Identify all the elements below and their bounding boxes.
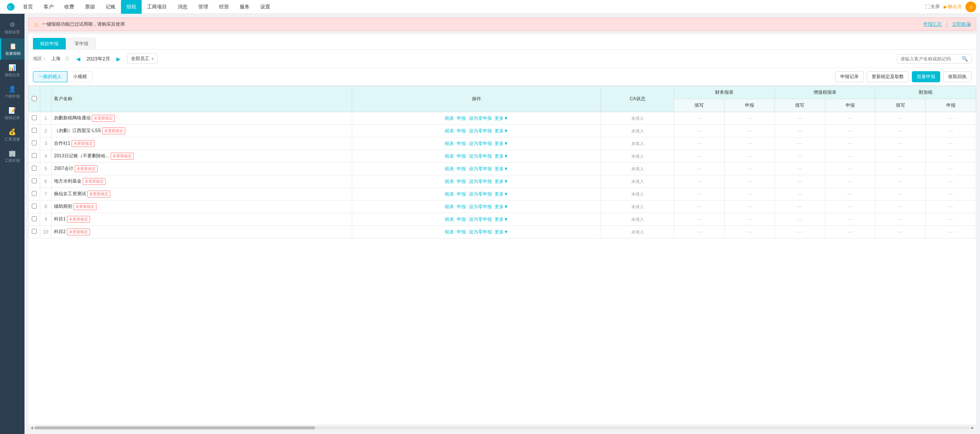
row-checkbox-2[interactable]: [29, 137, 40, 150]
row-checkbox-8[interactable]: [29, 213, 40, 226]
op-zero-3[interactable]: 设为零申报: [469, 153, 492, 159]
row-select-2[interactable]: [32, 140, 37, 145]
date-prev-button[interactable]: ◀: [74, 55, 83, 63]
nav-operation[interactable]: 经营: [214, 0, 234, 14]
sidebar-item-batch-tax[interactable]: 📋 批量报税: [0, 38, 24, 60]
op-zero-0[interactable]: 设为零申报: [469, 116, 492, 121]
nav-home[interactable]: 首页: [18, 0, 38, 14]
nav-account[interactable]: 记账: [100, 0, 121, 14]
fullscreen-button[interactable]: ⛶ 全屏: [925, 3, 940, 10]
row-select-0[interactable]: [32, 115, 37, 120]
row-checkbox-7[interactable]: [29, 201, 40, 213]
collect-receipt-button[interactable]: 收取回执: [943, 71, 972, 82]
search-button[interactable]: 🔍: [959, 54, 971, 63]
row-select-8[interactable]: [32, 216, 37, 221]
op-declare-8[interactable]: 申报: [457, 217, 466, 222]
op-more-6[interactable]: 更多▼: [495, 191, 508, 197]
op-declare-4[interactable]: 申报: [457, 166, 466, 171]
op-taxform-0[interactable]: 税表: [445, 116, 454, 121]
sidebar-item-personal-tax[interactable]: 👤 个税申报: [0, 81, 24, 103]
notification-link-summary[interactable]: 申报汇总: [923, 21, 942, 28]
op-declare-0[interactable]: 申报: [457, 116, 466, 121]
nav-service[interactable]: 服务: [234, 0, 255, 14]
row-select-4[interactable]: [32, 166, 37, 171]
op-taxform-9[interactable]: 税表: [445, 229, 454, 235]
op-declare-9[interactable]: 申报: [457, 229, 466, 235]
row-select-5[interactable]: [32, 178, 37, 183]
op-taxform-4[interactable]: 税表: [445, 166, 454, 171]
op-more-5[interactable]: 更多▼: [495, 179, 508, 184]
op-more-9[interactable]: 更多▼: [495, 229, 508, 235]
op-zero-6[interactable]: 设为零申报: [469, 191, 492, 197]
op-more-7[interactable]: 更多▼: [495, 204, 508, 209]
tab-tax-declaration[interactable]: 税款申报: [33, 38, 66, 49]
sidebar-item-tax-records[interactable]: 📝 报税记录: [0, 103, 24, 124]
row-select-6[interactable]: [32, 191, 37, 196]
op-more-3[interactable]: 更多▼: [495, 153, 508, 159]
row-checkbox-3[interactable]: [29, 150, 40, 163]
row-select-7[interactable]: [32, 204, 37, 209]
taxpayer-tab-small[interactable]: 小规模: [67, 71, 93, 82]
op-more-0[interactable]: 更多▼: [495, 116, 508, 121]
row-select-9[interactable]: [32, 229, 37, 234]
op-taxform-7[interactable]: 税表: [445, 204, 454, 209]
op-zero-5[interactable]: 设为零申报: [469, 179, 492, 184]
sidebar-item-tax-settings[interactable]: ⚙ 报税设置: [0, 17, 24, 38]
op-taxform-1[interactable]: 税表: [445, 128, 454, 134]
search-input[interactable]: [897, 55, 959, 63]
op-declare-6[interactable]: 申报: [457, 191, 466, 197]
department-select[interactable]: 全部员工 ▼: [127, 54, 158, 64]
nav-tax[interactable]: 报税: [121, 0, 142, 14]
op-zero-7[interactable]: 设为零申报: [469, 204, 492, 209]
op-taxform-3[interactable]: 税表: [445, 153, 454, 159]
row-select-3[interactable]: [32, 153, 37, 158]
op-more-1[interactable]: 更多▼: [495, 128, 508, 134]
row-checkbox-4[interactable]: [29, 163, 40, 175]
op-zero-2[interactable]: 设为零申报: [469, 141, 492, 146]
row-checkbox-1[interactable]: [29, 125, 40, 137]
op-taxform-2[interactable]: 税表: [445, 141, 454, 146]
row-checkbox-9[interactable]: [29, 226, 40, 238]
select-all-checkbox[interactable]: [32, 96, 37, 101]
close-notification-button[interactable]: ✕: [967, 21, 972, 28]
op-declare-7[interactable]: 申报: [457, 204, 466, 209]
batch-declare-button[interactable]: 批量申报: [912, 71, 940, 82]
sidebar-item-settlement[interactable]: 💰 汇算清缴: [0, 124, 24, 145]
date-next-button[interactable]: ▶: [114, 55, 123, 63]
upgrade-button[interactable]: ▶ 畅会员: [944, 3, 962, 10]
sidebar-item-annual-report[interactable]: 🏢 工商年报: [0, 145, 24, 167]
nav-fee[interactable]: 收费: [59, 0, 80, 14]
taxpayer-tab-general[interactable]: 一般的税人: [33, 71, 67, 82]
op-zero-8[interactable]: 设为零申报: [469, 217, 492, 222]
nav-message[interactable]: 消息: [172, 0, 193, 14]
horizontal-scrollbar[interactable]: [34, 426, 970, 429]
nav-invoice[interactable]: 票据: [80, 0, 100, 14]
row-checkbox-6[interactable]: [29, 188, 40, 201]
op-zero-1[interactable]: 设为零申报: [469, 128, 492, 134]
op-taxform-5[interactable]: 税表: [445, 179, 454, 184]
op-taxform-6[interactable]: 税表: [445, 191, 454, 197]
nav-manage[interactable]: 管理: [193, 0, 214, 14]
nav-biz[interactable]: 工商项目: [142, 0, 172, 14]
update-tax-button[interactable]: 更新税定及取数: [867, 71, 909, 82]
op-declare-1[interactable]: 申报: [457, 128, 466, 134]
row-checkbox-5[interactable]: [29, 175, 40, 188]
row-select-1[interactable]: [32, 128, 37, 133]
op-zero-9[interactable]: 设为零申报: [469, 229, 492, 235]
info-icon[interactable]: ⓘ: [65, 56, 69, 62]
op-taxform-8[interactable]: 税表: [445, 217, 454, 222]
row-checkbox-0[interactable]: [29, 112, 40, 125]
op-more-8[interactable]: 更多▼: [495, 217, 508, 222]
scroll-left-arrow[interactable]: ◀: [29, 426, 34, 430]
scroll-right-arrow[interactable]: ▶: [970, 426, 975, 430]
user-avatar[interactable]: U: [965, 2, 976, 12]
op-declare-3[interactable]: 申报: [457, 153, 466, 159]
nav-client[interactable]: 客户: [38, 0, 59, 14]
sidebar-item-tax-overview[interactable]: 📊 报税总览: [0, 60, 24, 81]
op-declare-5[interactable]: 申报: [457, 179, 466, 184]
tab-zero-declaration[interactable]: 零申报: [67, 38, 96, 49]
declaration-record-button[interactable]: 申报记录: [835, 71, 864, 82]
op-more-4[interactable]: 更多▼: [495, 166, 508, 171]
op-more-2[interactable]: 更多▼: [495, 141, 508, 146]
op-declare-2[interactable]: 申报: [457, 141, 466, 146]
